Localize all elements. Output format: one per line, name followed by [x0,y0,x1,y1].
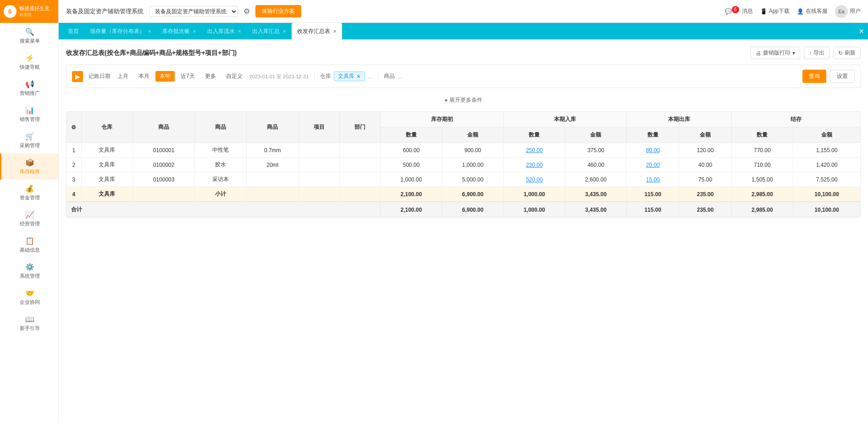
goods-more[interactable]: ... [398,73,402,80]
sidebar-item-system-label: 系统管理 [20,273,40,280]
tab-summary-inout[interactable]: 出入库汇总 ✕ [247,23,292,39]
page-header: 收发存汇总表(按仓库+商品编码+商品+规格型号+项目+部门) 🖨 拨销版打印 ▾… [66,47,861,59]
system-icon: ⚙️ [25,263,34,271]
cell-code [133,187,194,202]
tab-inventory-dist[interactable]: 现存量（库存分布表） ✕ [84,23,157,39]
th-settings[interactable]: ⚙ [66,112,81,143]
sidebar-item-marketing-label: 营销推广 [20,90,40,97]
cell-warehouse: 文具库 [81,172,133,187]
cell-spec [246,187,299,202]
cell-dept [340,143,381,158]
cell-project [299,172,339,187]
cell-link[interactable]: 230.00 [503,158,565,172]
th-group-balance: 结存 [731,112,860,127]
sidebar-item-finance[interactable]: 💰 资金管理 [0,180,58,206]
page-content: 收发存汇总表(按仓库+商品编码+商品+规格型号+项目+部门) 🖨 拨销版打印 ▾… [59,39,868,423]
cell-spec: 20ml [246,158,299,172]
export-button[interactable]: ↑ 导出 [804,47,829,59]
warehouse-tag-close[interactable]: ✕ [356,73,361,80]
system-selector[interactable]: 装备及固定资产辅助管理系统 [149,6,238,17]
logo-badge: 标准版 [19,12,50,18]
cell-value: 1,505.00 [731,172,793,187]
sidebar-item-search[interactable]: 🔍 搜索菜单 [0,23,58,49]
notification-item[interactable]: 💬 6 消息 [725,7,753,15]
sales-icon: 📊 [25,106,34,115]
tab-receive-summary[interactable]: 收发存汇总表 ✕ [292,23,342,39]
th-qty-out: 数量 [627,127,679,143]
query-button[interactable]: 查询 [802,70,826,83]
filter-action-btns: 查询 设置 [802,70,855,83]
cell-name: 采访本 [194,172,246,187]
app-download-item[interactable]: 📱 App下载 [760,7,790,15]
filter-toggle[interactable]: ▶ [72,71,83,82]
tab-flow[interactable]: 出入库流水 ✕ [202,23,247,39]
filter-bar: ▶ 记账日期 上月 本月 本年 近7天 更多 自定义 2023-01-01 至 … [66,65,861,88]
table-footer-row: 合计 2,100.00 6,900.00 1,000.00 3,435.00 1… [66,202,860,217]
cell-num: 1 [66,143,81,158]
tab-batch-close[interactable]: ✕ [193,29,196,34]
sidebar-item-quicknav[interactable]: ⚡ 快捷导航 [0,49,58,75]
warehouse-tag[interactable]: 文具库 ✕ [334,71,365,81]
cell-link[interactable]: 520.00 [503,172,565,187]
th-dept: 部门 [340,112,381,143]
warehouse-filter-label: 仓库 [320,72,331,80]
refresh-label: 刷新 [845,49,856,57]
sidebar-item-cooperation[interactable]: 🤝 企业协同 [0,284,58,310]
online-service-item[interactable]: 👤 在线客服 [797,7,828,15]
tab-inventory-dist-label: 现存量（库存分布表） [90,27,145,35]
tab-batch[interactable]: 库存批次账 ✕ [157,23,202,39]
date-btn-this-year[interactable]: 本年 [155,71,175,82]
filter-divider-1 [314,72,315,81]
sidebar-item-newbie[interactable]: 📖 新手引导 [0,310,58,336]
cell-project [299,187,339,202]
print-button[interactable]: 🖨 拨销版打印 ▾ [751,47,800,59]
cell-value: 1,000.00 [442,158,503,172]
tabs-close-all[interactable]: ✕ [859,27,864,35]
sidebar-item-inventory[interactable]: 📦 库存核算 [0,154,58,180]
date-btn-custom[interactable]: 自定义 [222,71,247,82]
sidebar-item-marketing[interactable]: 📢 营销推广 [0,75,58,101]
tab-inventory-dist-close[interactable]: ✕ [148,29,151,34]
warehouse-more[interactable]: ... [368,73,372,80]
cell-link[interactable]: 250.00 [503,143,565,158]
tab-receive-summary-close[interactable]: ✕ [333,29,337,34]
sidebar-item-purchase[interactable]: 🛒 采购管理 [0,127,58,154]
th-project: 项目 [299,112,339,143]
cell-link[interactable]: 15.00 [627,172,679,187]
date-btn-more[interactable]: 更多 [201,71,220,82]
expand-more-btn[interactable]: ▾ 展开更多条件 [445,96,482,104]
notification-label: 消息 [742,7,753,15]
th-group-start: 库存期初 [381,112,503,127]
cell-value: 770.00 [731,143,793,158]
cell-link[interactable]: 80.00 [627,143,679,158]
tab-home[interactable]: 首页 [62,23,84,39]
cell-link[interactable]: 20.00 [627,158,679,172]
footer-qty-in: 1,000.00 [503,202,565,217]
cell-num: 4 [66,187,81,202]
settings-btn[interactable]: 设置 [830,70,855,83]
table-row: 2文具库0100002胶水20ml500.001,000.00230.00460… [66,158,860,172]
page-actions: 🖨 拨销版打印 ▾ ↑ 导出 ↻ 刷新 [751,47,861,59]
tab-batch-label: 库存批次账 [162,27,190,35]
sidebar-item-basic-info[interactable]: 📋 基础信息 [0,232,58,258]
sidebar-item-operations[interactable]: 📈 经营管理 [0,206,58,232]
refresh-button[interactable]: ↻ 刷新 [833,47,861,59]
filter-divider-2 [378,72,378,81]
cell-value: 7,525.00 [793,172,860,187]
sidebar-item-system[interactable]: ⚙️ 系统管理 [0,258,58,284]
tab-summary-inout-close[interactable]: ✕ [282,29,286,34]
trial-button[interactable]: 体验行业方案 [255,5,301,17]
print-label: 拨销版打印 [763,49,791,57]
date-btn-last-month[interactable]: 上月 [113,71,133,82]
date-btn-this-month[interactable]: 本月 [134,71,154,82]
date-btn-7days[interactable]: 近7天 [177,71,199,82]
table-row: 3文具库0100003采访本1,000.005,000.00520.002,60… [66,172,860,187]
user-item[interactable]: Ea 用户 [835,5,861,18]
expand-more-label: 展开更多条件 [449,96,482,104]
cell-spec [246,172,299,187]
sidebar-item-sales[interactable]: 📊 销售管理 [0,101,58,127]
expand-more-wrapper: ▾ 展开更多条件 [66,93,861,107]
settings-icon[interactable]: ⚙ [243,7,250,16]
tab-flow-close[interactable]: ✕ [238,29,241,34]
table-row: 1文具库0100001中性笔0.7mm600.00900.00250.00375… [66,143,860,158]
